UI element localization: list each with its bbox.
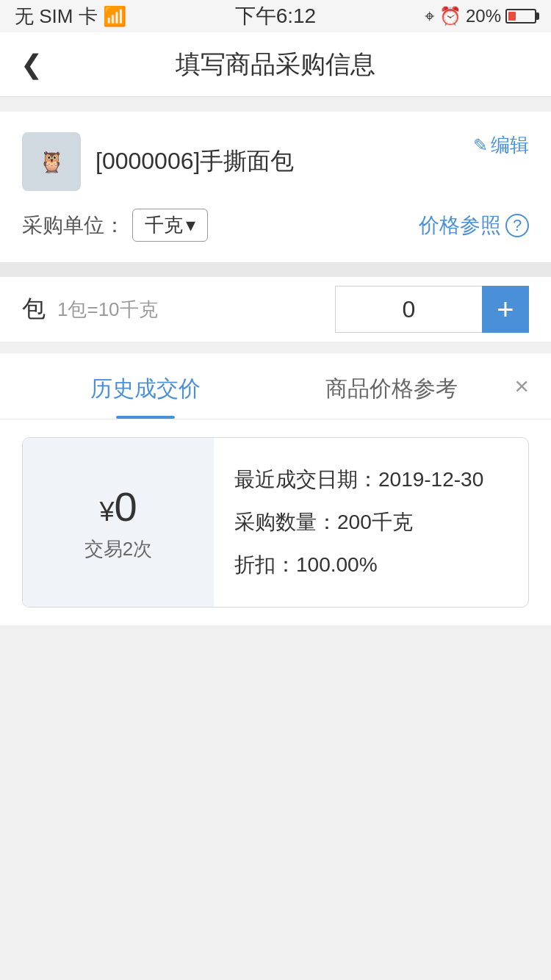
tab2-label: 商品价格参考 xyxy=(325,376,458,400)
product-code: [0000006] xyxy=(96,148,200,174)
status-bar: 无 SIM 卡 📶 下午6:12 ⌖ ⏰ 20% xyxy=(0,0,551,32)
tab-product-price-ref[interactable]: 商品价格参考 xyxy=(268,353,514,419)
product-name: [0000006]手撕面包 xyxy=(96,145,294,178)
qty-right: + xyxy=(335,286,529,333)
battery-icon xyxy=(505,9,536,24)
help-mark: ? xyxy=(513,216,522,235)
qty-conversion-label: 1包=10千克 xyxy=(57,297,158,323)
product-icon-glyph: 🦉 xyxy=(39,150,65,174)
currency-symbol: ¥ xyxy=(99,497,114,527)
qty-unit-label: 包 xyxy=(22,293,46,325)
page-title: 填写商品采购信息 xyxy=(176,48,375,82)
discount-label: 折扣： xyxy=(234,553,296,576)
product-meta: 采购单位： 千克 ▾ 价格参照 ? xyxy=(22,209,529,242)
status-signal: 无 SIM 卡 📶 xyxy=(15,4,126,29)
discount-value: 100.00% xyxy=(296,553,378,576)
tab1-label: 历史成交价 xyxy=(90,376,201,400)
edit-label: 编辑 xyxy=(491,132,529,158)
purchase-qty-value: 200千克 xyxy=(337,511,413,533)
edit-icon: ✎ xyxy=(473,135,488,156)
price-reference-button[interactable]: 价格参照 ? xyxy=(419,212,529,239)
product-name-text: 手撕面包 xyxy=(200,148,294,174)
qty-plus-button[interactable]: + xyxy=(482,286,529,333)
tabs-header: 历史成交价 商品价格参考 × xyxy=(0,353,551,419)
unit-value: 千克 xyxy=(145,212,183,238)
status-right-group: ⌖ ⏰ 20% xyxy=(425,6,536,26)
product-section: 🦉 [0000006]手撕面包 ✎ 编辑 采购单位： 千克 ▾ 价格参照 ? xyxy=(0,112,551,262)
back-icon: ❮ xyxy=(21,49,43,79)
history-price-column: ¥0 交易2次 xyxy=(23,438,214,607)
tabs-section: 历史成交价 商品价格参考 × ¥0 交易2次 最近成交日期：2019-12-30 xyxy=(0,353,551,625)
battery-percent: 20% xyxy=(466,6,501,26)
recent-date-label: 最近成交日期： xyxy=(234,468,378,491)
qty-input[interactable] xyxy=(335,286,482,333)
discount-row: 折扣：100.00% xyxy=(234,550,508,580)
product-header: 🦉 [0000006]手撕面包 ✎ 编辑 xyxy=(22,132,529,191)
dropdown-icon: ▾ xyxy=(186,214,195,237)
recent-date-row: 最近成交日期：2019-12-30 xyxy=(234,464,508,495)
product-left: 🦉 [0000006]手撕面包 xyxy=(22,132,294,191)
location-icon: ⌖ xyxy=(425,6,435,26)
status-time: 下午6:12 xyxy=(235,2,317,30)
product-thumbnail: 🦉 xyxy=(22,132,81,191)
close-icon: × xyxy=(514,372,529,400)
qty-left: 包 1包=10千克 xyxy=(22,293,158,325)
alarm-icon: ⏰ xyxy=(439,6,461,26)
purchase-qty-label: 采购数量： xyxy=(234,511,337,533)
unit-selector[interactable]: 千克 ▾ xyxy=(132,209,208,242)
tab-close-button[interactable]: × xyxy=(514,357,529,415)
history-price-value: ¥0 xyxy=(99,483,137,530)
purchase-qty-row: 采购数量：200千克 xyxy=(234,507,508,538)
main-background xyxy=(0,625,551,980)
help-icon: ? xyxy=(505,214,529,237)
quantity-section: 包 1包=10千克 + xyxy=(0,277,551,342)
plus-icon: + xyxy=(497,293,514,326)
trades-count: 交易2次 xyxy=(84,536,152,562)
unit-label: 采购单位： xyxy=(22,212,125,239)
price-number: 0 xyxy=(114,483,137,530)
history-detail-column: 最近成交日期：2019-12-30 采购数量：200千克 折扣：100.00% xyxy=(214,438,528,607)
history-card: ¥0 交易2次 最近成交日期：2019-12-30 采购数量：200千克 折扣：… xyxy=(22,437,529,608)
unit-row: 采购单位： 千克 ▾ xyxy=(22,209,208,242)
battery-fill xyxy=(508,12,516,21)
nav-bar: ❮ 填写商品采购信息 xyxy=(0,32,551,97)
section-divider xyxy=(0,262,551,277)
price-ref-label: 价格参照 xyxy=(419,212,501,239)
edit-button[interactable]: ✎ 编辑 xyxy=(473,132,529,158)
back-button[interactable]: ❮ xyxy=(21,49,43,80)
history-content: ¥0 交易2次 最近成交日期：2019-12-30 采购数量：200千克 折扣：… xyxy=(0,419,551,625)
recent-date-value: 2019-12-30 xyxy=(378,468,483,491)
tab-history-price[interactable]: 历史成交价 xyxy=(22,353,268,419)
